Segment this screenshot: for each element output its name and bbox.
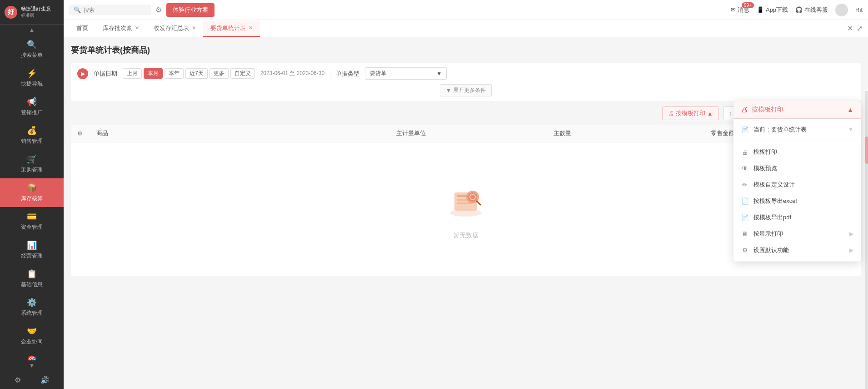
topbar-search-box[interactable]: 🔍 <box>69 5 151 15</box>
sidebar-item-basic[interactable]: 📋 基础信息 <box>0 264 64 293</box>
tab-receipt-summary[interactable]: 收发存汇总表 ✕ <box>146 20 203 37</box>
sidebar-logo: 好 畅捷通好生意 标准版 <box>0 0 64 25</box>
filter-divider <box>330 69 330 78</box>
online-service-btn[interactable]: 🎧 在线客服 <box>795 6 828 14</box>
shortcut-icon: ⚡ <box>27 68 37 78</box>
filter-bar: ▶ 单据日期 上月 本月 本年 近7天 更多 自定义 2023-06-01 至 … <box>71 63 861 101</box>
app-download-btn[interactable]: 📱 App下载 <box>757 6 788 14</box>
chevron-up-icon: ▲ <box>707 110 713 117</box>
sidebar-label-inventory: 库存核算 <box>21 195 43 202</box>
dropdown-item-template-print[interactable]: 🖨 模板打印 <box>733 144 861 160</box>
tab-expand-controls: ✕ ⤢ <box>847 24 863 33</box>
sidebar-label-finance: 资金管理 <box>21 223 43 231</box>
type-select[interactable]: 要货单 ▼ <box>365 67 447 80</box>
template-custom-label: 模板自定义设计 <box>753 181 853 189</box>
sidebar-nav: 🔍 搜索菜单 ⚡ 快捷导航 📢 营销推广 💰 销售管理 🛒 采购管理 📦 库存核… <box>0 35 64 360</box>
dropdown-item-template-custom[interactable]: ✏ 模板自定义设计 <box>733 177 861 193</box>
dropdown-close-btn[interactable]: ▲ <box>847 106 853 113</box>
template-print-btn[interactable]: 🖨 按模板打印 ▲ <box>662 106 719 120</box>
scroll-down-arrow[interactable]: ▼ <box>0 360 64 371</box>
settings-footer-icon[interactable]: ⚙ <box>15 376 21 384</box>
sidebar-item-purchase[interactable]: 🛒 采购管理 <box>0 150 64 178</box>
date-range-label: 2023-06-01 至 2023-06-30 <box>260 70 324 77</box>
message-icon: ✉ <box>731 6 736 13</box>
tab-inventory-batch[interactable]: 库存批次账 ✕ <box>95 20 146 37</box>
search-input[interactable] <box>84 7 146 13</box>
page-title: 要货单统计表(按商品) <box>71 45 861 56</box>
industry-btn[interactable]: 体验行业方案 <box>166 3 215 17</box>
basic-icon: 📋 <box>27 269 37 279</box>
app-icon: 📱 <box>757 6 764 13</box>
set-default-label: 设置默认功能 <box>753 246 845 254</box>
col-gear: ⚙ <box>71 130 89 137</box>
date-prev-month[interactable]: 上月 <box>123 68 142 79</box>
col-product: 商品 <box>89 129 389 137</box>
tab-close-all-btn[interactable]: ✕ <box>847 24 853 33</box>
logo-text: 畅捷通好生意 标准版 <box>21 5 51 19</box>
filter-row-1: ▶ 单据日期 上月 本月 本年 近7天 更多 自定义 2023-06-01 至 … <box>77 67 854 80</box>
sidebar-item-sales[interactable]: 💰 销售管理 <box>0 121 64 150</box>
sidebar-item-system[interactable]: ⚙️ 系统管理 <box>0 293 64 322</box>
date-more[interactable]: 更多 <box>210 68 229 79</box>
gear-icon[interactable]: ⚙ <box>155 5 162 14</box>
avatar[interactable] <box>835 4 848 16</box>
search-icon: 🔍 <box>27 40 37 50</box>
dropdown-item-display-print[interactable]: 🖥 按显示打印 ▶ <box>733 226 861 242</box>
newbie-icon: 🎯 <box>27 355 37 360</box>
template-preview-label: 模板预览 <box>753 164 853 172</box>
empty-text: 暂无数据 <box>453 232 479 240</box>
arrow-icon: ▶ <box>849 231 853 237</box>
logo-icon: 好 <box>5 6 17 19</box>
scroll-up-arrow[interactable]: ▲ <box>0 25 64 35</box>
filter-expand-btn[interactable]: ▶ <box>77 68 88 79</box>
svg-line-7 <box>477 201 480 205</box>
current-arrow-icon: ▼ <box>848 126 853 133</box>
dropdown-item-template-preview[interactable]: 👁 模板预览 <box>733 160 861 177</box>
message-btn[interactable]: ✉ 消息 99+ <box>731 6 749 14</box>
scrollbar-thumb[interactable] <box>865 136 868 164</box>
search-icon: 🔍 <box>74 6 81 13</box>
sidebar-item-operation[interactable]: 📊 经营管理 <box>0 236 64 264</box>
dropdown-item-template-pdf[interactable]: 📄 按模板导出pdf <box>733 209 861 226</box>
page-content: 要货单统计表(按商品) ▶ 单据日期 上月 本月 本年 近7天 更多 自定义 2… <box>64 37 868 389</box>
date-cur-year[interactable]: 本年 <box>165 68 184 79</box>
col-qty: 主数量 <box>546 129 703 137</box>
sidebar-item-marketing[interactable]: 📢 营销推广 <box>0 92 64 121</box>
sidebar: 好 畅捷通好生意 标准版 ▲ 🔍 搜索菜单 ⚡ 快捷导航 📢 营销推广 💰 销售… <box>0 0 64 389</box>
dropdown-title: 🖨 按模板打印 <box>741 106 783 114</box>
sidebar-label-shortcut: 快捷导航 <box>21 80 43 88</box>
close-tab-receipt-summary[interactable]: ✕ <box>192 25 196 31</box>
date-label: 单据日期 <box>94 70 117 78</box>
sidebar-item-newbie[interactable]: 🎯 新手引导 <box>0 350 64 360</box>
expand-more-btn[interactable]: ▼ 展开更多条件 <box>440 84 492 96</box>
dropdown-item-set-default[interactable]: ⚙ 设置默认功能 ▶ <box>733 242 861 258</box>
dropdown-item-template-excel[interactable]: 📄 按模板导出excel <box>733 193 861 209</box>
tab-home[interactable]: 首页 <box>69 20 95 37</box>
date-custom[interactable]: 自定义 <box>230 68 255 79</box>
topbar: 🔍 ⚙ 体验行业方案 ✉ 消息 99+ 📱 App下载 🎧 在线客服 Rit <box>64 0 868 20</box>
sidebar-item-finance[interactable]: 💳 资金管理 <box>0 207 64 236</box>
date-cur-month[interactable]: 本月 <box>144 68 163 79</box>
tab-order-stats[interactable]: 要货单统计表 ✕ <box>203 20 260 37</box>
sidebar-item-shortcut[interactable]: ⚡ 快捷导航 <box>0 64 64 92</box>
sidebar-label-system: 系统管理 <box>21 309 43 317</box>
template-print-dropdown: 🖨 按模板打印 ▲ 📄 当前：要货单统计表 ▼ 🖨 模板打印 👁 模板预览 <box>733 101 861 262</box>
sales-icon: 💰 <box>27 126 37 136</box>
sidebar-item-search[interactable]: 🔍 搜索菜单 <box>0 35 64 64</box>
sidebar-item-inventory[interactable]: 📦 库存核算 <box>0 178 64 207</box>
speaker-footer-icon[interactable]: 🔊 <box>40 376 50 384</box>
close-tab-inventory-batch[interactable]: ✕ <box>135 25 139 31</box>
topbar-right: ✉ 消息 99+ 📱 App下载 🎧 在线客服 Rit <box>731 4 863 16</box>
sidebar-label-sales: 销售管理 <box>21 137 43 145</box>
sidebar-item-collab[interactable]: 🤝 企业协同 <box>0 322 64 350</box>
dropdown-current-item: 📄 当前：要货单统计表 ▼ <box>733 121 861 138</box>
template-excel-label: 按模板导出excel <box>753 197 853 205</box>
dropdown-current-section: 📄 当前：要货单统计表 ▼ <box>733 119 861 141</box>
scrollbar[interactable] <box>865 91 868 389</box>
tab-maximize-btn[interactable]: ⤢ <box>857 24 863 33</box>
system-icon: ⚙️ <box>27 298 37 308</box>
operation-icon: 📊 <box>27 240 37 250</box>
close-tab-order-stats[interactable]: ✕ <box>249 25 253 31</box>
gear-col-icon[interactable]: ⚙ <box>77 130 83 137</box>
date-7days[interactable]: 近7天 <box>185 68 208 79</box>
